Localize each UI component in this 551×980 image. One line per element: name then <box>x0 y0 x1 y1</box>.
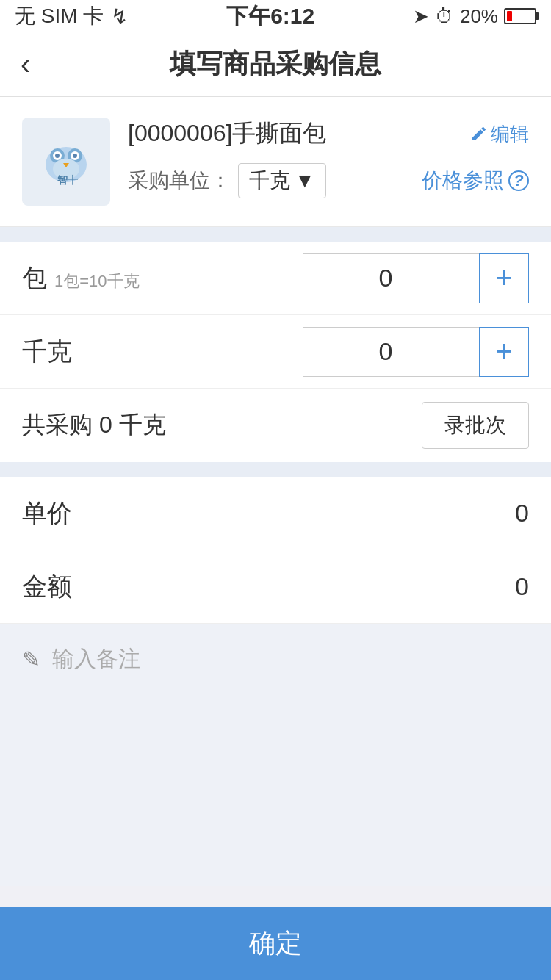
svg-text:智十: 智十 <box>57 174 79 186</box>
pricing-section: 单价 0 金额 0 <box>0 477 551 624</box>
kg-label: 千克 <box>22 335 72 369</box>
kg-plus-button[interactable]: + <box>479 327 529 377</box>
bao-input[interactable] <box>303 253 479 303</box>
edit-icon <box>470 125 488 143</box>
purchase-unit-label: 采购单位： <box>128 167 231 195</box>
help-icon: ? <box>508 170 529 191</box>
bao-plus-button[interactable]: + <box>479 253 529 303</box>
price-ref-label: 价格参照 <box>422 167 504 195</box>
kg-stepper: + <box>303 327 529 377</box>
kg-input-row: 千克 + <box>0 315 551 389</box>
unit-price-label: 单价 <box>22 497 72 530</box>
total-row: 共采购 0 千克 录批次 <box>0 389 551 462</box>
total-label: 共采购 0 千克 <box>22 409 166 442</box>
wifi-icon: ↯ <box>111 4 128 29</box>
amount-value: 0 <box>515 572 529 601</box>
battery-fill <box>507 11 512 21</box>
input-section: 包 1包=10千克 + 千克 + <box>0 242 551 389</box>
pencil-icon: ✎ <box>22 646 40 672</box>
confirm-button[interactable]: 确定 <box>0 907 551 980</box>
bao-label: 包 <box>22 262 47 295</box>
price-reference-button[interactable]: 价格参照 ? <box>422 167 529 195</box>
edit-label: 编辑 <box>491 121 529 147</box>
product-name: [0000006]手撕面包 <box>128 118 326 150</box>
product-card: 智十 [0000006]手撕面包 编辑 采购单位： 千克 ▼ 价格参照 <box>0 97 551 227</box>
section-divider-2 <box>0 462 551 477</box>
bao-label-group: 包 1包=10千克 <box>22 262 140 295</box>
no-sim-label: 无 SIM 卡 <box>15 2 104 30</box>
product-info: [0000006]手撕面包 编辑 采购单位： 千克 ▼ 价格参照 ? <box>128 118 529 198</box>
remark-section[interactable]: ✎ 输入备注 <box>0 624 551 695</box>
status-left: 无 SIM 卡 ↯ <box>15 2 128 30</box>
location-icon: ➤ <box>413 5 429 28</box>
status-bar: 无 SIM 卡 ↯ 下午6:12 ➤ ⏱ 20% <box>0 0 551 32</box>
battery-percent: 20% <box>460 5 498 28</box>
product-thumbnail: 智十 <box>22 118 110 206</box>
remark-placeholder: 输入备注 <box>52 644 140 674</box>
page-title: 填写商品采购信息 <box>170 46 381 82</box>
amount-row: 金额 0 <box>0 550 551 624</box>
unit-price-row: 单价 0 <box>0 477 551 550</box>
svg-point-6 <box>73 154 77 158</box>
back-button[interactable]: ‹ <box>21 48 30 81</box>
bao-sublabel: 1包=10千克 <box>54 270 140 292</box>
battery-icon <box>504 8 536 24</box>
section-divider-1 <box>0 227 551 242</box>
status-right: ➤ ⏱ 20% <box>413 5 536 28</box>
svg-point-5 <box>55 154 60 158</box>
kg-label-group: 千克 <box>22 335 72 369</box>
kg-input[interactable] <box>303 327 479 377</box>
alarm-icon: ⏱ <box>435 5 454 28</box>
bao-input-row: 包 1包=10千克 + <box>0 242 551 315</box>
unit-price-value: 0 <box>515 499 529 527</box>
amount-label: 金额 <box>22 570 72 604</box>
unit-value: 千克 <box>249 167 290 195</box>
content-spacer <box>0 695 551 886</box>
nav-bar: ‹ 填写商品采购信息 <box>0 32 551 97</box>
edit-button[interactable]: 编辑 <box>470 121 529 147</box>
bao-stepper: + <box>303 253 529 303</box>
product-unit-row: 采购单位： 千克 ▼ 价格参照 ? <box>128 163 529 198</box>
status-time: 下午6:12 <box>226 1 314 32</box>
batch-record-button[interactable]: 录批次 <box>422 402 529 449</box>
product-title-row: [0000006]手撕面包 编辑 <box>128 118 529 150</box>
dropdown-arrow: ▼ <box>295 169 315 192</box>
unit-select-dropdown[interactable]: 千克 ▼ <box>238 163 326 198</box>
product-logo: 智十 <box>37 129 96 194</box>
